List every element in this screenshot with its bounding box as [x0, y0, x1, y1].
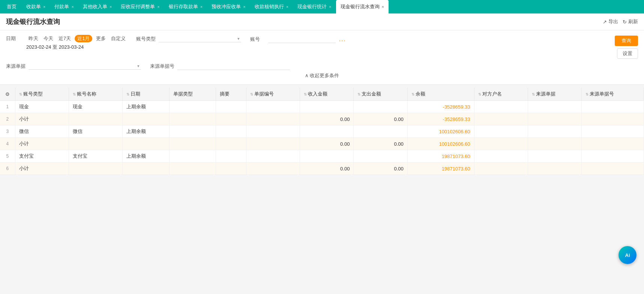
col-header-balance[interactable]: ⇅余额	[407, 88, 474, 101]
close-icon[interactable]: ×	[43, 4, 45, 9]
cell-summary	[216, 113, 246, 125]
query-button[interactable]: 查询	[615, 36, 638, 46]
nav-tab-其他收入单[interactable]: 其他收入单×	[78, 0, 116, 13]
account-type-select[interactable]: ▾	[159, 36, 241, 42]
cell-source_doc	[528, 113, 581, 125]
cell-counterparty	[474, 163, 528, 175]
tab-label: 银行存取款单	[169, 3, 198, 10]
refresh-icon: ↻	[623, 19, 627, 25]
date-option-btn[interactable]: 自定义	[110, 35, 127, 42]
sort-icon: ⇅	[411, 92, 414, 96]
col-header-account_type[interactable]: ⇅账号类型	[15, 88, 69, 101]
gear-icon[interactable]: ⚙	[5, 91, 10, 97]
nav-tab-预收冲应收单[interactable]: 预收冲应收单×	[207, 0, 250, 13]
date-option-btn[interactable]: 近7天	[57, 35, 72, 42]
cell-doc_type	[169, 163, 216, 175]
date-option-btn[interactable]: 更多	[95, 35, 107, 42]
more-options-icon[interactable]: ...	[339, 36, 346, 43]
nav-tab-现金银行流水查询[interactable]: 现金银行流水查询×	[336, 0, 389, 13]
close-icon[interactable]: ×	[200, 4, 203, 9]
cell-expense	[354, 150, 407, 163]
cell-doc_no	[246, 113, 300, 125]
cell-source_doc_no	[582, 138, 644, 150]
col-header-counterparty[interactable]: ⇅对方户名	[474, 88, 528, 101]
cell-balance: 19871073.60	[407, 163, 474, 175]
cell-index: 2	[0, 113, 15, 125]
table-settings-icon[interactable]: ⚙	[0, 88, 15, 101]
data-table: ⚙⇅账号类型⇅账号名称⇅日期单据类型摘要⇅单据编号⇅收入金额⇅支出金额⇅余额⇅对…	[0, 88, 644, 175]
col-label: 单据类型	[173, 91, 193, 97]
cell-doc_no	[246, 163, 300, 175]
col-header-source_doc_no[interactable]: ⇅来源单据号	[582, 88, 644, 101]
col-header-doc_no[interactable]: ⇅单据编号	[246, 88, 300, 101]
account-type-group: 账号类型 ▾	[136, 36, 241, 42]
cell-index: 4	[0, 138, 15, 150]
header-actions: ↗ 导出 ↻ 刷新	[603, 18, 638, 25]
close-icon[interactable]: ×	[157, 4, 159, 9]
account-input[interactable]	[268, 36, 336, 43]
source-doc-no-input[interactable]	[177, 63, 290, 70]
cell-date	[123, 113, 170, 125]
table-row: 1现金现金上期余额-3528659.33	[0, 101, 644, 113]
cell-source_doc	[528, 125, 581, 138]
col-header-source_doc[interactable]: ⇅来源单据	[528, 88, 581, 101]
col-label: 单据编号	[254, 91, 274, 97]
cell-account_type: 小计	[15, 138, 69, 150]
tab-label: 现金银行统计	[297, 3, 327, 10]
cell-summary	[216, 101, 246, 113]
close-icon[interactable]: ×	[71, 4, 74, 9]
cell-balance: -3528659.33	[407, 113, 474, 125]
cell-income	[300, 101, 354, 113]
nav-tab-收款核销执行[interactable]: 收款核销执行×	[250, 0, 293, 13]
collapse-bar[interactable]: ∧ 收起更多条件	[6, 70, 638, 80]
export-button[interactable]: ↗ 导出	[603, 18, 618, 25]
cell-doc_type	[169, 150, 216, 163]
date-option-btn[interactable]: 昨天	[27, 35, 40, 42]
cell-source_doc	[528, 101, 581, 113]
date-option-btn[interactable]: 近1月	[75, 35, 92, 42]
date-shortcuts: 昨天今天近7天近1月更多自定义	[27, 35, 127, 42]
cell-expense	[354, 101, 407, 113]
nav-tab-应收应付调整单[interactable]: 应收应付调整单×	[116, 0, 164, 13]
col-header-expense[interactable]: ⇅支出金额	[354, 88, 407, 101]
nav-tab-收款单[interactable]: 收款单×	[22, 0, 50, 13]
col-label: 账号类型	[23, 91, 43, 97]
cell-doc_type	[169, 101, 216, 113]
cell-expense: 0.00	[354, 163, 407, 175]
col-header-doc_type: 单据类型	[169, 88, 216, 101]
refresh-button[interactable]: ↻ 刷新	[623, 18, 638, 25]
chevron-down-icon: ▾	[237, 36, 240, 41]
col-header-date[interactable]: ⇅日期	[123, 88, 170, 101]
nav-home[interactable]: 首页	[2, 0, 22, 13]
close-icon[interactable]: ×	[382, 4, 384, 9]
col-header-income[interactable]: ⇅收入金额	[300, 88, 354, 101]
cell-source_doc_no	[582, 101, 644, 113]
account-type-label: 账号类型	[136, 36, 156, 42]
cell-doc_type	[169, 138, 216, 150]
close-icon[interactable]: ×	[243, 4, 245, 9]
right-action-buttons: 查询 设置	[615, 36, 638, 59]
sort-icon: ⇅	[532, 92, 535, 96]
cell-date: 上期余额	[123, 150, 170, 163]
col-header-account_name[interactable]: ⇅账号名称	[69, 88, 122, 101]
close-icon[interactable]: ×	[329, 4, 331, 9]
cell-balance: -3528659.33	[407, 101, 474, 113]
cell-account_type: 现金	[15, 101, 69, 113]
nav-tab-银行存取款单[interactable]: 银行存取款单×	[164, 0, 207, 13]
nav-tab-付款单[interactable]: 付款单×	[50, 0, 78, 13]
setting-button[interactable]: 设置	[617, 48, 638, 59]
date-option-btn[interactable]: 今天	[42, 35, 55, 42]
close-icon[interactable]: ×	[110, 4, 112, 9]
col-label: 账号名称	[77, 91, 96, 97]
col-label: 来源单据	[536, 91, 555, 97]
tab-label: 其他收入单	[83, 3, 107, 10]
close-icon[interactable]: ×	[286, 4, 288, 9]
table-row: 3微信微信上期余额100102606.60	[0, 125, 644, 138]
cell-source_doc_no	[582, 125, 644, 138]
source-doc-label: 来源单据	[6, 63, 26, 70]
cell-account_name: 支付宝	[69, 150, 122, 163]
page-header: 现金银行流水查询 ↗ 导出 ↻ 刷新	[0, 13, 644, 30]
sort-icon: ⇅	[73, 92, 76, 96]
source-doc-select[interactable]: ▾	[29, 63, 141, 70]
nav-tab-现金银行统计[interactable]: 现金银行统计×	[293, 0, 336, 13]
